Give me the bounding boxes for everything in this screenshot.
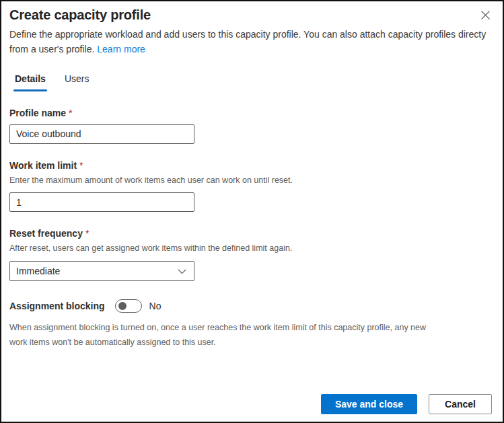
profile-name-label: Profile name* bbox=[9, 108, 493, 118]
tab-details[interactable]: Details bbox=[9, 67, 51, 91]
work-item-limit-label: Work item limit* bbox=[9, 160, 493, 171]
assignment-blocking-label: Assignment blocking bbox=[9, 301, 105, 311]
tab-users[interactable]: Users bbox=[59, 67, 95, 91]
tab-details-label: Details bbox=[15, 73, 46, 84]
work-item-limit-input[interactable] bbox=[9, 192, 194, 212]
required-asterisk: * bbox=[79, 160, 83, 171]
close-button[interactable] bbox=[478, 9, 493, 23]
required-asterisk: * bbox=[69, 108, 72, 118]
dialog-footer: Save and close Cancel bbox=[321, 394, 492, 414]
close-icon bbox=[480, 12, 491, 22]
reset-frequency-label: Reset frequency* bbox=[9, 228, 493, 239]
profile-name-field: Profile name* bbox=[9, 108, 493, 144]
description-text: Define the appropriate workload and add … bbox=[9, 29, 486, 54]
tab-users-label: Users bbox=[65, 73, 89, 84]
toggle-knob bbox=[118, 302, 127, 310]
reset-frequency-helper: After reset, users can get assigned work… bbox=[9, 242, 493, 255]
reset-frequency-value: Immediate bbox=[16, 266, 60, 276]
save-and-close-button[interactable]: Save and close bbox=[321, 394, 417, 414]
assignment-blocking-state: No bbox=[149, 301, 161, 311]
tab-bar: Details Users bbox=[9, 67, 493, 91]
assignment-blocking-row: Assignment blocking No bbox=[9, 299, 493, 313]
required-asterisk: * bbox=[85, 228, 89, 239]
assignment-blocking-toggle[interactable] bbox=[115, 299, 142, 313]
assignment-blocking-helper: When assignment blocking is turned on, o… bbox=[9, 321, 435, 350]
cancel-button[interactable]: Cancel bbox=[429, 394, 492, 414]
work-item-limit-field: Work item limit* Enter the maximum amoun… bbox=[9, 160, 493, 213]
profile-name-input[interactable] bbox=[9, 124, 194, 144]
create-capacity-profile-dialog: Create capacity profile Define the appro… bbox=[1, 1, 503, 422]
work-item-limit-helper: Enter the maximum amount of work items e… bbox=[9, 174, 493, 187]
page-title: Create capacity profile bbox=[9, 7, 151, 23]
dialog-header: Create capacity profile bbox=[9, 1, 493, 23]
learn-more-link[interactable]: Learn more bbox=[97, 44, 145, 54]
reset-frequency-select[interactable]: Immediate bbox=[9, 261, 194, 281]
reset-frequency-field: Reset frequency* After reset, users can … bbox=[9, 228, 493, 281]
dialog-description: Define the appropriate workload and add … bbox=[9, 28, 493, 56]
chevron-down-icon bbox=[178, 266, 186, 276]
